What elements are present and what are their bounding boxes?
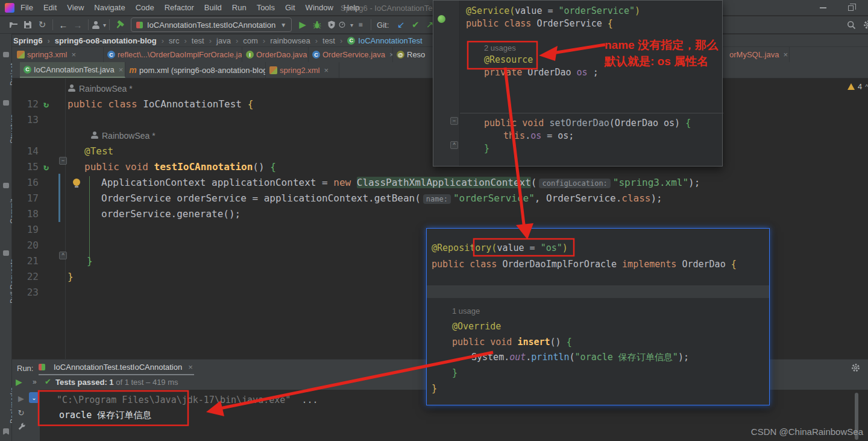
spring-bean-icon[interactable] xyxy=(438,15,445,23)
popup-gutter: − ^ xyxy=(433,1,460,166)
project-icon xyxy=(3,52,9,57)
code-line: @Repository(value = "os") xyxy=(432,242,568,255)
code-line: @Resource xyxy=(484,54,533,66)
popup-highlight-band xyxy=(427,285,769,298)
code-line: public void insert() { xyxy=(452,336,572,349)
popup-order-service: − ^ @Service(value = "orderService")publ… xyxy=(433,0,723,167)
run-settings-gear-icon[interactable] xyxy=(851,363,860,374)
fold-marker-icon[interactable]: − xyxy=(450,117,458,125)
code-line: } xyxy=(432,382,437,395)
ide-window: FileEditViewNavigateCodeRefactorBuildRun… xyxy=(0,0,868,441)
code-line: 1 usage xyxy=(452,305,480,317)
code-line: "C:\Program Files\Java\jdk-17\bin\java.e… xyxy=(57,394,318,407)
code-line: } xyxy=(452,367,458,379)
code-line: private OrderDao os ; xyxy=(484,66,599,79)
fold-end-marker-icon[interactable]: ^ xyxy=(450,141,458,149)
commit-icon xyxy=(3,183,9,188)
tool-window-strip: ProjectStructureCommitPull RequestsBookm… xyxy=(0,34,12,441)
pull-requests-icon xyxy=(3,250,9,256)
watermark: CSDN @ChinaRainbowSea xyxy=(751,427,863,437)
code-line: public class OrderService { xyxy=(466,17,613,30)
structure-icon xyxy=(3,100,9,106)
code-line: @Service(value = "orderService") xyxy=(466,5,640,17)
code-line: @Override xyxy=(452,320,501,333)
code-line: public class OrderDaoImplForOracle imple… xyxy=(432,258,737,271)
code-line: } xyxy=(484,142,489,155)
annotation-note-line2: 默认就是: os 属性名 xyxy=(605,54,708,69)
code-line: oracle 保存订单信息 xyxy=(59,409,151,422)
popup-order-dao-oracle: @Repository(value = "os")public class Or… xyxy=(426,228,770,405)
code-line: public void setOrderDao(OrderDao os) { xyxy=(484,117,691,130)
code-line: System.out.println("oracle 保存订单信息"); xyxy=(471,351,689,364)
code-line: this.os = os; xyxy=(503,130,574,142)
popup-separator xyxy=(460,113,723,113)
annotation-note-line1: name 没有指定，那么 xyxy=(605,37,718,53)
code-line: 2 usages xyxy=(484,42,516,54)
bookmarks-icon xyxy=(3,428,9,435)
